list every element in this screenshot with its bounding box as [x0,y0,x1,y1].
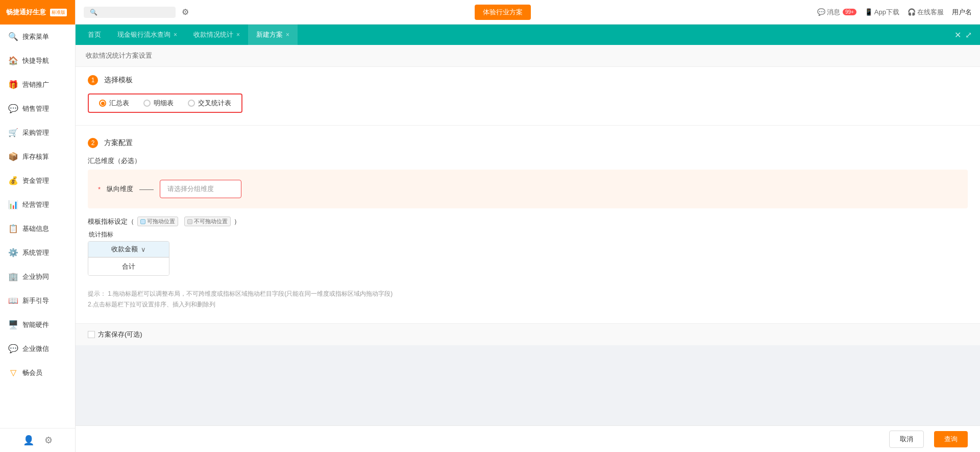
drag-movable-indicator [140,219,145,224]
tab-new-plan-label: 新建方案 [256,30,283,39]
enterprise-wechat-icon: 💬 [8,344,18,353]
sidebar-item-operations[interactable]: 📊 经营管理 [0,193,75,217]
tab-collection-stat-close[interactable]: × [236,31,240,38]
drag-movable-label: 可拖动位置 [147,218,175,225]
sidebar-label-enterprise-collab: 企业协同 [22,272,49,281]
tab-collection-stat[interactable]: 收款情况统计 × [185,25,248,45]
tab-bank-flow-close[interactable]: × [174,31,177,38]
stats-section-label: 统计指标 [88,230,169,239]
support-label: 在线客服 [917,8,944,17]
inventory-icon: 📦 [8,152,18,161]
basic-info-icon: 📋 [8,224,18,233]
metrics-dropdown-icon[interactable]: ∨ [141,246,146,253]
radio-summary-label: 汇总表 [109,99,129,108]
sidebar-label-search-menu: 搜索菜单 [22,32,49,41]
metrics-table-cell-total: 合计 [88,257,169,275]
sidebar-item-guide[interactable]: 📖 新手引导 [0,289,75,313]
step2-section: 2 方案配置 汇总维度（必选） * 纵向维度 —— 请选择分组维度 [76,130,980,323]
topbar-search-box[interactable]: 🔍 [84,7,176,18]
metrics-table-header[interactable]: 收款金额 ∨ [88,242,169,257]
sidebar-item-enterprise-collab[interactable]: 🏢 企业协同 [0,265,75,289]
radio-detail[interactable]: 明细表 [143,99,174,108]
save-checkbox-label[interactable]: 方案保存(可选) [88,330,142,339]
metrics-table: 收款金额 ∨ 合计 [88,241,169,276]
app-download-area[interactable]: 📱 App下载 [865,8,899,17]
system-icon: ⚙️ [8,248,18,257]
page-header-text: 收款情况统计方案设置 [86,52,152,59]
sidebar-label-quick-nav: 快捷导航 [22,56,49,65]
sidebar-item-sales[interactable]: 💬 销售管理 [0,97,75,121]
dimension-field-label: 纵向维度 [107,184,133,194]
quick-nav-icon: 🏠 [8,56,18,65]
step2-indicator: 2 方案配置 [88,138,968,148]
sidebar-item-capital[interactable]: 💰 资金管理 [0,169,75,193]
dimension-input[interactable]: 请选择分组维度 [160,180,241,198]
support-area[interactable]: 🎧 在线客服 [908,8,944,17]
save-checkbox[interactable] [88,331,95,338]
window-close-icon[interactable]: ✕ [954,30,961,40]
tab-new-plan-close[interactable]: × [286,31,289,38]
dimension-area: * 纵向维度 —— 请选择分组维度 [88,170,968,208]
dimension-arrow: —— [139,185,154,193]
sidebar-item-purchase[interactable]: 🛒 采购管理 [0,121,75,145]
sidebar-label-purchase: 采购管理 [22,128,49,137]
radio-cross-circle [188,100,195,107]
tip1: 提示： 1.拖动标题栏可以调整布局，不可跨维度或指标区域拖动栏目字段(只能在同一… [88,290,968,298]
sidebar-item-basic-info[interactable]: 📋 基础信息 [0,217,75,241]
cancel-button[interactable]: 取消 [889,431,924,448]
step1-section: 1 选择模板 汇总表 明细表 [76,67,980,121]
sidebar: 畅捷通好生意 标准版 🔍 搜索菜单 🏠 快捷导航 🎁 营销推广 💬 销售管理 🛒… [0,0,76,452]
metrics-column-header: 收款金额 [111,245,138,254]
content-inner: 收款情况统计方案设置 1 选择模板 汇总表 明细表 [76,45,980,345]
enterprise-collab-icon: 🏢 [8,272,18,281]
metrics-label-close: ） [234,217,240,226]
step2-num: 2 [88,138,98,148]
tab-bar: 首页 现金银行流水查询 × 收款情况统计 × 新建方案 × ✕ ⤢ [76,25,980,45]
sidebar-item-marketing[interactable]: 🎁 营销推广 [0,73,75,97]
tab-new-plan[interactable]: 新建方案 × [248,25,298,45]
radio-detail-circle [143,100,151,107]
sidebar-logo: 畅捷通好生意 标准版 [0,0,75,25]
drag-fixed-indicator [187,219,192,224]
query-button[interactable]: 查询 [934,431,968,447]
metrics-table-wrapper: 统计指标 收款金额 ∨ 合计 [88,230,968,277]
sidebar-item-system[interactable]: ⚙️ 系统管理 [0,241,75,265]
operations-icon: 📊 [8,200,18,209]
sales-icon: 💬 [8,104,18,113]
topbar-gear-icon[interactable]: ⚙ [182,7,189,17]
sidebar-label-capital: 资金管理 [22,176,49,185]
tab-home[interactable]: 首页 [80,25,109,45]
drag-fixed-label: 不可拖动位置 [194,218,228,225]
radio-summary[interactable]: 汇总表 [99,99,129,108]
radio-detail-label: 明细表 [154,99,174,108]
sidebar-item-enterprise-wechat[interactable]: 💬 企业微信 [0,337,75,361]
sidebar-bottom-icon2[interactable]: ⚙ [44,435,53,446]
sidebar-item-quick-nav[interactable]: 🏠 快捷导航 [0,49,75,73]
app-download-label: App下载 [874,8,899,17]
trial-button[interactable]: 体验行业方案 [475,5,531,20]
notification-area[interactable]: 💬 消息 99+ [817,8,856,17]
sidebar-item-smart-hardware[interactable]: 🖥️ 智能硬件 [0,313,75,337]
window-maximize-icon[interactable]: ⤢ [965,30,972,40]
sidebar-label-guide: 新手引导 [22,296,49,305]
radio-cross[interactable]: 交叉统计表 [188,99,231,108]
sidebar-item-inventory[interactable]: 📦 库存核算 [0,145,75,169]
action-bar: 取消 查询 [76,425,980,452]
sidebar-bottom-icon1[interactable]: 👤 [23,435,34,446]
purchase-icon: 🛒 [8,128,18,137]
metrics-label-text: 模板指标设定（ [88,217,134,226]
smart-hardware-icon: 🖥️ [8,320,18,329]
sidebar-item-member[interactable]: ▽ 畅会员 [0,361,75,385]
member-icon: ▽ [8,368,18,377]
tips-section: 提示： 1.拖动标题栏可以调整布局，不可跨维度或指标区域拖动栏目字段(只能在同一… [88,286,968,315]
main-area: 🔍 ⚙ 体验行业方案 💬 消息 99+ 📱 App下载 🎧 在线客服 用户名 [76,0,980,452]
tab-bank-flow[interactable]: 现金银行流水查询 × [109,25,185,45]
dimension-row: * 纵向维度 —— 请选择分组维度 [98,180,958,198]
app-download-icon: 📱 [865,8,873,16]
save-label: 方案保存(可选) [98,330,142,339]
required-mark: * [98,185,101,193]
user-name[interactable]: 用户名 [952,8,972,17]
sidebar-label-sales: 销售管理 [22,104,49,113]
stats-area: 统计指标 收款金额 ∨ 合计 [88,230,169,277]
sidebar-item-search-menu[interactable]: 🔍 搜索菜单 [0,25,75,49]
